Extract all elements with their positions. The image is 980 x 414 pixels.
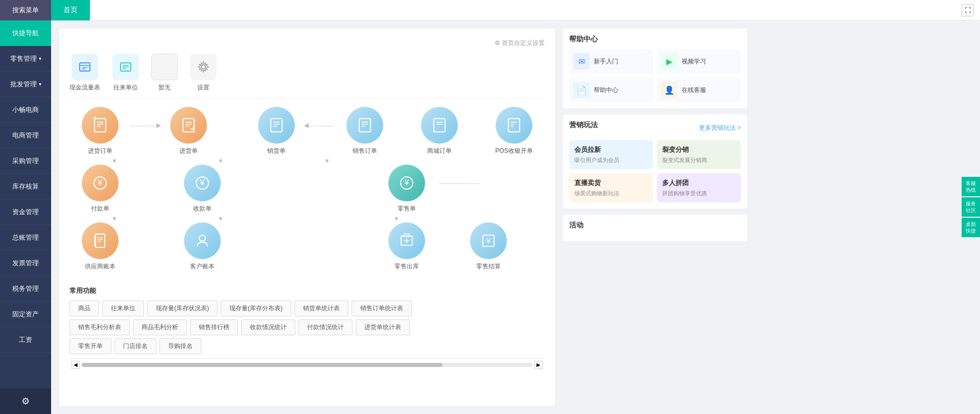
sidebar-item-tax[interactable]: 税务管理 <box>0 276 51 302</box>
svg-point-43 <box>199 235 205 241</box>
flow-node-receipt[interactable]: ¥ 收款单 <box>172 165 233 213</box>
sidebar-label-ecommerce: 电商管理 <box>12 131 39 140</box>
common-functions-title: 常用功能 <box>69 286 545 295</box>
customize-settings-link[interactable]: ⚙ 首页自定义设置 <box>495 39 545 48</box>
btn-contacts[interactable]: 往来单位 <box>102 301 144 316</box>
btn-inventory-status[interactable]: 现存量(库存状况表) <box>147 301 218 316</box>
btn-store-rank[interactable]: 门店排名 <box>114 338 156 354</box>
help-item-helpcenter[interactable]: 📄 帮助中心 <box>569 78 653 102</box>
none-icon <box>151 54 178 80</box>
btn-goods-margin[interactable]: 商品毛利分析 <box>133 319 187 335</box>
qa-cashflow[interactable]: 现金流量表 <box>69 54 100 92</box>
flow-label-sales: 销货单 <box>267 147 286 155</box>
float-buttons: 客服热线 服务社区 桌面快捷 <box>962 177 980 237</box>
search-menu-button[interactable]: 搜索菜单 <box>0 0 51 20</box>
mkt-item-fission[interactable]: 裂变分销 裂变式发展分销商 <box>657 140 741 169</box>
btn-receipt-stats[interactable]: 收款情况统计 <box>241 319 295 335</box>
scroll-track[interactable] <box>82 363 532 367</box>
qa-contacts-label: 往来单位 <box>113 83 138 92</box>
qa-settings[interactable]: 设置 <box>190 54 217 92</box>
btn-sales-stats[interactable]: 销货单统计表 <box>294 301 348 316</box>
sidebar-item-salary[interactable]: 工资 <box>0 327 51 353</box>
flow-node-retail-order[interactable]: ¥ 零售单 <box>376 165 437 213</box>
flow-node-purchase-order[interactable]: 进货订单 <box>69 107 131 155</box>
qa-none[interactable]: 暂无 <box>151 54 178 92</box>
flow-label-pos: POS收银开单 <box>495 147 532 155</box>
spacer-da3 <box>131 215 204 222</box>
sidebar-item-inventory[interactable]: 库存核算 <box>0 174 51 199</box>
float-btn-community[interactable]: 服务社区 <box>962 197 980 217</box>
down-arrow-payment: ▼ <box>98 215 131 222</box>
payment-icon: ¥ <box>82 165 119 201</box>
online-service-icon: 👤 <box>661 82 678 98</box>
btn-goods[interactable]: 商品 <box>69 301 99 316</box>
btn-salesorder-stats[interactable]: 销售订单统计表 <box>352 301 412 316</box>
btn-inventory-dist[interactable]: 现存量(库存分布表) <box>221 301 291 316</box>
btn-retail-order[interactable]: 零售开单 <box>69 338 111 354</box>
flow-label-purchase-order: 进货订单 <box>88 147 112 155</box>
mkt-item-group[interactable]: 多人拼团 拼团购物享受优惠 <box>657 173 741 202</box>
main-layout: 快捷导航 零售管理 ▾ 批发管理 ▾ 小畅电商 电商管理 采购管理 库存核算 资… <box>0 20 980 414</box>
fullscreen-button[interactable]: ⛶ <box>962 4 974 16</box>
helpcenter-icon: 📄 <box>573 82 590 98</box>
scroll-bar: ◀ ▶ <box>69 358 545 371</box>
qa-settings-label: 设置 <box>197 83 209 92</box>
scroll-thumb <box>82 363 442 367</box>
receipt-icon: ¥ <box>184 165 221 201</box>
activity-title: 活动 <box>569 221 741 230</box>
flow-node-mall-order[interactable]: 商城订单 <box>409 107 470 155</box>
quick-nav-panel: ⚙ 首页自定义设置 现金流量表 往来单位 <box>59 29 555 406</box>
flow-node-purchase[interactable]: 进货单 <box>158 107 219 155</box>
mkt-item-member[interactable]: 会员拉新 吸引用户成为会员 <box>569 140 653 169</box>
flow-label-payment: 付款单 <box>91 204 109 213</box>
customize-header: ⚙ 首页自定义设置 <box>69 39 545 48</box>
sidebar-item-retail[interactable]: 零售管理 ▾ <box>0 46 51 72</box>
search-menu-label: 搜索菜单 <box>12 6 39 15</box>
mkt-item-live[interactable]: 直播卖货 场景式购物新玩法 <box>569 173 653 202</box>
btn-purchase-stats[interactable]: 进货单统计表 <box>356 319 410 335</box>
btn-guide-rank[interactable]: 导购排名 <box>159 338 201 354</box>
scroll-left-button[interactable]: ◀ <box>72 361 80 369</box>
flow-node-retail-out[interactable]: 零售出库 <box>376 222 437 271</box>
btn-sales-margin[interactable]: 销售毛利分析表 <box>69 319 130 335</box>
down-arrow-purchase: ▼ <box>98 157 131 165</box>
home-tab[interactable]: 首页 <box>51 0 90 20</box>
float-btn-service[interactable]: 客服热线 <box>962 177 980 196</box>
svg-rect-17 <box>271 119 282 132</box>
sidebar-item-ecommerce-small[interactable]: 小畅电商 <box>0 97 51 123</box>
sidebar-label-tax: 税务管理 <box>12 284 39 293</box>
flow-label-customer-ledger: 客户账本 <box>190 262 215 271</box>
qa-cashflow-label: 现金流量表 <box>69 83 100 92</box>
spacer-da4 <box>237 215 380 222</box>
sidebar-item-ecommerce[interactable]: 电商管理 <box>0 123 51 148</box>
more-marketing-link[interactable]: 更多营销玩法 > <box>699 124 741 132</box>
sidebar-item-ledger[interactable]: 总账管理 <box>0 225 51 250</box>
flow-node-sales[interactable]: 销货单 <box>246 107 307 155</box>
mkt-title-live: 直播卖货 <box>574 178 648 188</box>
help-item-online[interactable]: 👤 在线客服 <box>657 78 741 102</box>
flow-node-retail-settle[interactable]: ¥ 零售结算 <box>458 222 519 271</box>
scroll-right-button[interactable]: ▶ <box>534 361 543 369</box>
sidebar-item-fixed-assets[interactable]: 固定资产 <box>0 302 51 327</box>
flow-node-supplier-ledger[interactable]: 供应商账本 <box>69 222 131 271</box>
sidebar-item-finance[interactable]: 资金管理 <box>0 199 51 225</box>
float-btn-desktop[interactable]: 桌面快捷 <box>962 218 980 237</box>
sidebar-label-purchase: 采购管理 <box>12 156 39 166</box>
flow-node-payment[interactable]: ¥ 付款单 <box>69 165 131 213</box>
btn-payment-stats[interactable]: 付款情况统计 <box>298 319 353 335</box>
sidebar-settings-button[interactable]: ⚙ <box>0 388 51 414</box>
sidebar-item-wholesale[interactable]: 批发管理 ▾ <box>0 72 51 97</box>
customer-ledger-icon <box>184 222 221 259</box>
flow-node-pos[interactable]: POS收银开单 <box>483 107 545 155</box>
qa-none-label: 暂无 <box>158 83 171 92</box>
flow-node-customer-ledger[interactable]: 客户账本 <box>172 222 233 271</box>
sidebar-item-invoice[interactable]: 发票管理 <box>0 250 51 276</box>
help-item-beginner[interactable]: ✉ 新手入门 <box>569 49 653 74</box>
qa-contacts[interactable]: 往来单位 <box>112 54 139 92</box>
flow-node-sales-order[interactable]: 销售订单 <box>334 107 395 155</box>
sidebar-item-quicknav[interactable]: 快捷导航 <box>0 20 51 46</box>
help-item-video[interactable]: ▶ 视频学习 <box>657 49 741 74</box>
btn-sales-rank[interactable]: 销售排行榜 <box>190 319 238 335</box>
flow-row-2: ¥ 付款单 ¥ 收款单 <box>69 165 545 213</box>
sidebar-item-purchase[interactable]: 采购管理 <box>0 148 51 174</box>
